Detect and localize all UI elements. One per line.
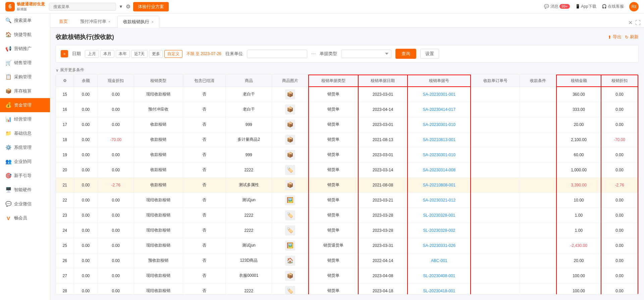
cell-cash-discount: 0.00 (98, 192, 134, 208)
sidebar-item-vip[interactable]: V 畅会员 (0, 211, 50, 225)
filter-expand-button[interactable]: » (61, 50, 68, 57)
cell-goods-img: 🏠 (272, 253, 309, 268)
doc-no-link[interactable]: SA-20230321-012 (423, 198, 455, 203)
cell-verify-type: 收款核销 (134, 117, 183, 132)
cell-goods-img: 🖼️ (272, 192, 309, 208)
cell-doc-no: SA-20210813-001 (408, 132, 471, 147)
maximize-icon[interactable]: ⛶ (635, 20, 641, 26)
cell-goods-img: 📦 (272, 102, 309, 117)
doc-no-link[interactable]: SA-20230314-008 (423, 168, 455, 172)
tab-home[interactable]: 首页 (54, 16, 73, 27)
date-quick-buttons: 上月 本月 本年 近7天 更多 自定义 (85, 50, 182, 58)
doc-no-link[interactable]: SA-20230301-010 (423, 153, 455, 157)
cell-goods-img: 🏷️ (272, 208, 309, 223)
cell-balance: 0.00 (74, 253, 98, 268)
col-header-settings[interactable]: ⚙ (56, 75, 74, 87)
date-btn-7days[interactable]: 近7天 (131, 50, 148, 58)
app-download[interactable]: 📱 App下载 (575, 4, 596, 9)
col-header-order-no: 收款单订单号 (471, 75, 520, 87)
export-button[interactable]: ⬆ 导出 (608, 34, 622, 40)
goods-image: 📦 (285, 89, 295, 99)
single-type-select[interactable] (341, 50, 391, 58)
sidebar-item-inventory[interactable]: 📦 库存核算 (0, 84, 50, 98)
refresh-button[interactable]: ↻ 刷新 (625, 34, 639, 40)
close-window-icon[interactable]: ✕ (628, 19, 633, 26)
online-service[interactable]: 🎧 在线客服 (602, 4, 624, 9)
query-button[interactable]: 查询 (395, 49, 416, 59)
doc-no-link[interactable]: SA-20230414-017 (423, 107, 455, 112)
tab-verify[interactable]: 收款核销执行 × (117, 16, 159, 28)
cell-goods: 测试多属性 (226, 177, 272, 192)
tab-verify-close[interactable]: × (151, 20, 153, 24)
operations-icon: 📊 (5, 116, 11, 122)
doc-no-link[interactable]: SA-20210813-001 (423, 137, 455, 142)
cell-doc-date: 2023-04-18 (358, 283, 408, 295)
counterpart-input[interactable] (247, 50, 307, 58)
dropdown-icon[interactable]: ▼ (119, 4, 123, 9)
date-btn-more[interactable]: 更多 (149, 50, 163, 58)
hardware-icon: 🖥️ (5, 187, 11, 193)
sidebar-item-finance[interactable]: 💰 资金管理 (0, 98, 50, 112)
setting-button[interactable]: 设置 (420, 49, 439, 59)
sidebar-item-system[interactable]: ⚙️ 系统管理 (0, 140, 50, 155)
table-row: 22 0.00 0.00 现结收款核销 否 测试jun 🖼️ 销货单 2023-… (56, 192, 638, 208)
date-btn-this-year[interactable]: 本年 (116, 50, 130, 58)
sidebar-item-quicknav[interactable]: 🏠 快捷导航 (0, 28, 50, 42)
doc-no-link[interactable]: SL-20230418-001 (423, 289, 455, 293)
sidebar-item-collab[interactable]: 👥 企业协同 (0, 155, 50, 169)
table-row: 25 0.00 0.00 现结收款核销 否 测试jun 🖼️ 销货退货单 202… (56, 238, 638, 253)
filter-more-dots[interactable]: ··· (311, 51, 316, 57)
data-table: ⚙ 余额 现金折扣 核销类型 包含已结清 商品 商品图片 核销单据类型 核销单据… (56, 75, 638, 295)
cell-cash-discount: 0.00 (98, 253, 134, 268)
cell-cash-discount: -2.76 (98, 177, 134, 192)
doc-no-link[interactable]: SA-20210808-001 (423, 183, 455, 187)
sidebar-item-marketing[interactable]: 📢 营销推广 (0, 42, 50, 56)
table-row: 21 0.00 -2.76 收款核销 否 测试多属性 📦 销货单 2021-08… (56, 177, 638, 192)
sidebar-item-wechat[interactable]: 💬 企业微信 (0, 197, 50, 211)
industry-solution-button[interactable]: 体验行业方案 (133, 2, 169, 11)
cell-contains-settled: 否 (183, 192, 226, 208)
tab-prepay-close[interactable]: × (108, 19, 110, 24)
cell-verify-type: 收款核销 (134, 132, 183, 147)
doc-no-link[interactable]: SL-20230328-001 (423, 213, 455, 218)
single-type-label: 单据类型 (320, 51, 337, 57)
cell-verify-type: 现结收款核销 (134, 208, 183, 223)
table-row: 17 0.00 0.00 收款核销 否 999 📦 销货单 2023-03-01… (56, 117, 638, 132)
date-btn-last-month[interactable]: 上月 (85, 50, 99, 58)
doc-no-link[interactable]: SA-20230301-001 (423, 92, 455, 97)
message-icon[interactable]: 💬 消息 99+ (544, 4, 570, 9)
doc-no-link[interactable]: SL-20230328-002 (423, 228, 455, 233)
sidebar-label-search: 搜索菜单 (14, 17, 32, 24)
table-row: 19 0.00 0.00 收款核销 否 999 📦 销货单 2023-03-01… (56, 147, 638, 162)
sidebar-item-sales[interactable]: 🛒 销售管理 (0, 56, 50, 70)
sidebar-item-search[interactable]: 🔍 搜索菜单 (0, 13, 50, 28)
sidebar-item-basicinfo[interactable]: 📁 基础信息 (0, 126, 50, 140)
date-btn-this-month[interactable]: 本月 (100, 50, 114, 58)
expand-conditions-label[interactable]: 展开更多条件 (60, 67, 84, 73)
menu-search-input[interactable] (49, 3, 116, 11)
cell-payment-cond (520, 192, 556, 208)
cell-verify-discount: 0.00 (601, 253, 638, 268)
col-header-verify-discount: 核销折扣 (601, 75, 638, 87)
tab-prepay[interactable]: 预付冲应付单 × (74, 15, 116, 27)
goods-image: 🏠 (285, 256, 295, 266)
sidebar-item-hardware[interactable]: 🖥️ 智能硬件 (0, 183, 50, 197)
avatar[interactable]: Rit (629, 2, 639, 11)
doc-no-link[interactable]: SA-20230331-026 (423, 243, 455, 248)
sidebar-item-purchase[interactable]: 📋 采购管理 (0, 70, 50, 84)
top-bar-right: 💬 消息 99+ 📱 App下载 🎧 在线客服 Rit (544, 2, 639, 11)
doc-no-link[interactable]: SA-20230301-010 (423, 122, 455, 127)
sidebar-item-guide[interactable]: 🎯 新手引导 (0, 169, 50, 183)
settings-gear-icon[interactable]: ⚙ (126, 3, 130, 10)
date-btn-custom[interactable]: 自定义 (164, 50, 182, 58)
cell-doc-no: SA-20230331-026 (408, 238, 471, 253)
doc-no-link[interactable]: SL-20230408-001 (423, 273, 455, 278)
sidebar-item-operations[interactable]: 📊 经营管理 (0, 112, 50, 126)
cell-goods: 测试jun (226, 238, 272, 253)
table-row: 28 0.00 0.00 现结收款核销 否 2222 🏷️ 销货单 2023-0… (56, 283, 638, 295)
cell-goods: 2222 (226, 283, 272, 295)
table-row: 20 0.00 0.00 收款核销 否 2222 🏷️ 销货单 2023-03-… (56, 162, 638, 177)
counterpart-label: 往来单位 (225, 51, 243, 57)
doc-no-link[interactable]: ABC-001 (431, 258, 447, 263)
purchase-icon: 📋 (5, 74, 11, 80)
